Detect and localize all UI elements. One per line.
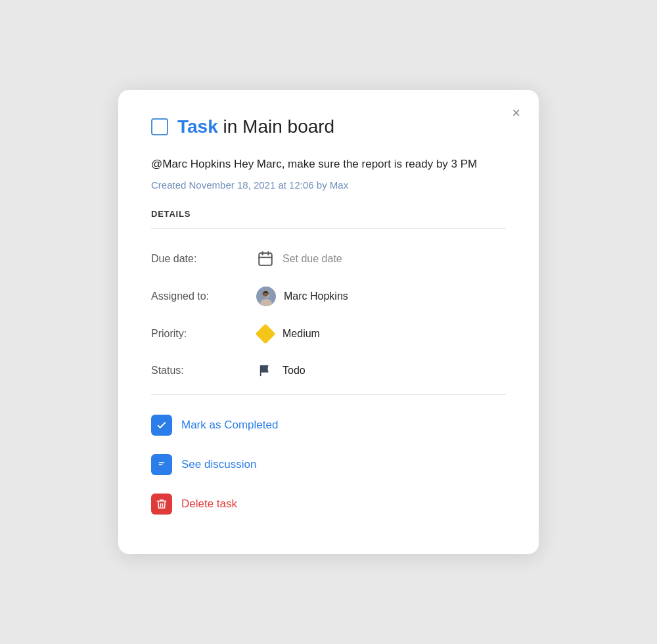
action-list: Mark as Completed See discussion [151,408,506,521]
task-description: @Marc Hopkins Hey Marc, make sure the re… [151,156,506,173]
assignee-name: Marc Hopkins [284,290,348,302]
mark-complete-action[interactable]: Mark as Completed [151,408,506,442]
details-label: DETAILS [151,209,506,219]
task-modal: × Task in Main board @Marc Hopkins Hey M… [118,90,539,554]
svg-rect-8 [260,365,267,371]
task-title-rest: in Main board [218,116,334,137]
due-date-label: Due date: [151,253,256,265]
task-checkbox[interactable] [151,118,168,135]
calendar-icon [256,250,275,268]
due-date-row[interactable]: Due date: Set due date [151,241,506,277]
discussion-icon [151,454,172,475]
modal-header: Task in Main board [151,116,506,137]
status-text: Todo [283,365,306,377]
priority-diamond [255,323,275,344]
priority-value: Medium [256,325,320,343]
priority-row[interactable]: Priority: Medium [151,315,506,352]
set-due-date-text: Set due date [283,253,342,265]
priority-label: Priority: [151,328,256,340]
status-label: Status: [151,365,256,377]
delete-task-label: Delete task [181,497,237,511]
task-title-word: Task [177,116,218,137]
assigned-to-row[interactable]: Assigned to: Marc Hopkins [151,277,506,315]
priority-text: Medium [283,328,320,340]
see-discussion-label: See discussion [181,458,256,471]
mark-complete-label: Mark as Completed [181,419,278,432]
assigned-to-value: Marc Hopkins [256,287,348,306]
svg-rect-0 [259,253,272,265]
flag-icon [256,361,275,380]
priority-icon [256,325,275,343]
due-date-value: Set due date [256,250,342,268]
delete-task-action[interactable]: Delete task [151,487,506,521]
avatar [256,287,276,306]
assigned-to-label: Assigned to: [151,290,256,302]
status-value: Todo [256,361,306,380]
created-info: Created November 18, 2021 at 12:06 by Ma… [151,179,506,191]
close-button[interactable]: × [509,103,523,123]
status-row[interactable]: Status: Todo [151,352,506,389]
modal-title: Task in Main board [177,116,334,137]
delete-icon [151,494,172,515]
complete-icon [151,415,172,436]
details-top-divider [151,228,506,229]
details-bottom-divider [151,394,506,395]
see-discussion-action[interactable]: See discussion [151,448,506,482]
